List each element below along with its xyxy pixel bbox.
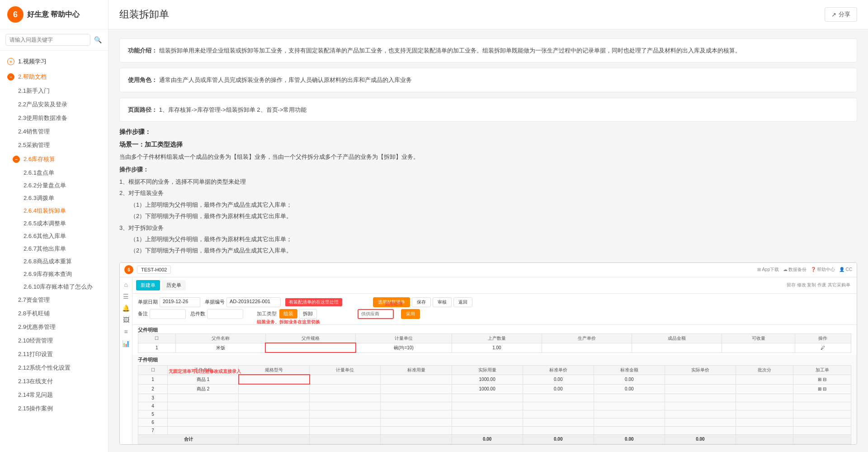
back-btn[interactable]: 返回 (453, 297, 472, 307)
annotation2-text: 组装业务、拆卸业务在这里切换 (257, 319, 320, 325)
footer-col5 (381, 434, 452, 444)
sidebar-item-operation[interactable]: 2.10经营管理 (0, 334, 108, 347)
date-input[interactable]: 2019-12-26 (160, 297, 200, 307)
lower-row-2: 2 商品 2 1000.00 0.00 0.00 (138, 384, 851, 394)
app-nav-links: ⊞ App下载 ☁ 数据备份 ❓ 帮助中心 👤 CC (757, 266, 852, 273)
note-input[interactable] (150, 309, 186, 319)
sidebar-item-payment[interactable]: 2.13在线支付 (0, 375, 108, 388)
chart-icon: 📊 (122, 340, 130, 347)
app-logo-small: 6 (124, 265, 133, 274)
cell-spec (239, 375, 310, 384)
sidebar-item-other-inbound[interactable]: 2.6.6其他入库单 (0, 230, 108, 243)
type-assembly[interactable]: 组装 (279, 309, 297, 319)
form-row-1: 单据日期 2019-12-26 单据编号 AD-20191226-001 有装配… (138, 297, 851, 307)
cell-num: 1 (138, 375, 168, 384)
footer-std-amount: 0.00 (594, 434, 665, 444)
sidebar-item-cases[interactable]: 2.15操作案例 (0, 402, 108, 415)
sidebar-item-assembly[interactable]: 2.6.4组装拆卸单 (0, 205, 108, 217)
op-steps-title: 操作步骤： (119, 164, 857, 175)
sidebar-item-mobile[interactable]: 2.8手机旺铺 (0, 307, 108, 320)
sidebar-item-cost-recalc[interactable]: 2.6.8商品成本重算 (0, 255, 108, 268)
share-button[interactable]: ↗ 分享 (825, 7, 857, 22)
sidebar-item-coupon[interactable]: 2.9优惠券管理 (0, 320, 108, 334)
path-label: 页面路径： (128, 106, 157, 113)
step2: 2、对于组装业务 (119, 188, 857, 198)
sidebar-item-purchase[interactable]: 2.5采购管理 (0, 138, 108, 152)
upper-table-row: 1 米饭 碗(均=10) 1.00 🖊 (138, 343, 851, 352)
main-content: 组装拆卸单 ↗ 分享 功能介绍： 组装拆卸单用来处理企业组装或拆卸等加工业务，支… (108, 0, 868, 452)
func-intro-block: 功能介绍： 组装拆卸单用来处理企业组装或拆卸等加工业务，支持有固定装配清单的产品… (119, 38, 857, 62)
sidebar-logo: 6 好生意 帮助中心 (0, 0, 108, 29)
sidebar-item-transfer[interactable]: 2.6.3调拨单 (0, 192, 108, 205)
search-button[interactable]: 🔍 (93, 35, 103, 44)
cell-std-qty (381, 384, 452, 394)
main-header: 组装拆卸单 ↗ 分享 (108, 0, 868, 29)
order-no-field: 单据编号 AD-20191226-001 (205, 297, 281, 307)
submit-btn[interactable]: 审核 (433, 297, 452, 307)
sidebar-item-help-docs[interactable]: − 2.帮助文档 (0, 70, 108, 84)
app-tab-history[interactable]: 历史单 (162, 280, 186, 290)
col-check: ☐ (138, 365, 168, 375)
sidebar-item-personalize[interactable]: 2.12系统个性化设置 (0, 361, 108, 375)
sidebar-item-partial-stocktake[interactable]: 2.6.2分量盘点单 (0, 179, 108, 192)
sidebar-item-print[interactable]: 2.11打印设置 (0, 347, 108, 361)
cell-unit (310, 384, 381, 394)
cell-std-amount: 0.00 (594, 384, 665, 394)
nav-section-video: + 1.视频学习 (0, 54, 108, 69)
enable-input[interactable]: 供供应商 (358, 309, 394, 319)
sidebar-search-area: 🔍 (0, 29, 108, 51)
col-std-amount: 标准金额 (594, 365, 665, 375)
lower-row-3: 3 (138, 394, 851, 402)
sidebar-item-inventory[interactable]: − 2.6库存核算 (0, 152, 108, 167)
collapse-icon: − (7, 73, 14, 81)
cell-avail (722, 343, 795, 352)
lower-table: ☐ 子件名称 规格型号 计量单位 标准用量 实际用量 标准单价 标准金额 实际单… (138, 365, 851, 444)
app-tab-new[interactable]: 新建单 (136, 280, 160, 290)
role-block: 使用角色： 通常由生产人员或库管人员完成拆装业务的操作，库管人员确认原材料的出库… (119, 68, 857, 92)
count-input[interactable] (207, 309, 243, 319)
cell-batch (736, 384, 793, 394)
save-btn[interactable]: 保存 (412, 297, 431, 307)
sidebar-item-newcomer[interactable]: 2.1新手入门 (0, 84, 108, 98)
cell-std-amount: 0.00 (594, 375, 665, 384)
date-field: 单据日期 2019-12-26 (138, 297, 200, 307)
page-title: 组装拆卸单 (119, 8, 169, 21)
cell-name: 商品 1 (168, 375, 239, 384)
sidebar-item-install[interactable]: 2.2产品安装及登录 (0, 98, 108, 111)
collapse-icon-inventory: − (13, 156, 20, 163)
sidebar-item-inventory-query[interactable]: 2.6.9库存账本查询 (0, 268, 108, 281)
type-disassembly[interactable]: 拆卸 (299, 309, 317, 319)
app-logo-icon: 6 (7, 6, 24, 23)
sidebar-item-label: 2.帮助文档 (18, 73, 47, 81)
col-unit-price: 生产单价 (542, 333, 632, 343)
cell-qty: 1.00 (452, 343, 542, 352)
annotation4-text: 无固定清单可以任意修改或直接录入 (169, 368, 241, 375)
role-text: 通常由生产人员或库管人员完成拆装业务的操作，库管人员确认原材料的出库和产成品的入… (159, 76, 412, 83)
order-no-input[interactable]: AD-20191226-001 (226, 297, 281, 307)
sidebar-item-stocktake[interactable]: 2.6.1盘点单 (0, 167, 108, 179)
sidebar-item-inventory-fix[interactable]: 2.6.10库存账本错了怎么办 (0, 281, 108, 293)
sidebar-item-faq[interactable]: 2.14常见问题 (0, 388, 108, 402)
upper-table-container: ☐ 父件名称 父件规格 计量单位 上产数量 生产单价 成品金额 可收量 操作 (132, 333, 857, 355)
upper-table: ☐ 父件名称 父件规格 计量单位 上产数量 生产单价 成品金额 可收量 操作 (138, 333, 851, 353)
step2-sub2: （2）下部明细为子件明细，最终作为原材料生成其它出库单。 (119, 211, 857, 221)
sidebar-item-other-outbound[interactable]: 2.6.7其他出库单 (0, 243, 108, 255)
cell-std-price: 0.00 (523, 375, 594, 384)
cell-op: ⊞ ⊟ (793, 384, 851, 394)
note-field: 备注 (138, 309, 186, 319)
steps-section: 操作步骤： 场景一：加工类型选择 当由多个子件材料组装成一个成品的业务为【组装】… (119, 128, 857, 256)
apply-btn[interactable]: 采用 (401, 309, 420, 319)
lower-section-label: 子件明细 (138, 355, 851, 364)
sidebar-item-cost-adjust[interactable]: 2.6.5成本调整单 (0, 217, 108, 230)
sidebar-item-finance[interactable]: 2.7资金管理 (0, 293, 108, 307)
app-main-panel: 新建单 历史单 留存 修改 复制 作废 其它采购单 单据日期 2019-12-2… (132, 277, 857, 444)
sidebar-item-sales[interactable]: 2.4销售管理 (0, 125, 108, 138)
sidebar-item-data-prep[interactable]: 2.3使用前数据准备 (0, 111, 108, 125)
upper-section-label: 父件明细 (138, 327, 158, 333)
sidebar-item-video-learning[interactable]: + 1.视频学习 (0, 54, 108, 69)
col-actual-qty: 实际用量 (452, 365, 523, 375)
cell-std-price: 0.00 (523, 384, 594, 394)
footer-std-price: 0.00 (523, 434, 594, 444)
search-input[interactable] (5, 34, 90, 46)
app-content-area: ⌂ ☰ 🔔 🖼 ≡ 📊 新建单 历史单 留存 修改 复制 作废 其它采购单 (120, 277, 857, 444)
